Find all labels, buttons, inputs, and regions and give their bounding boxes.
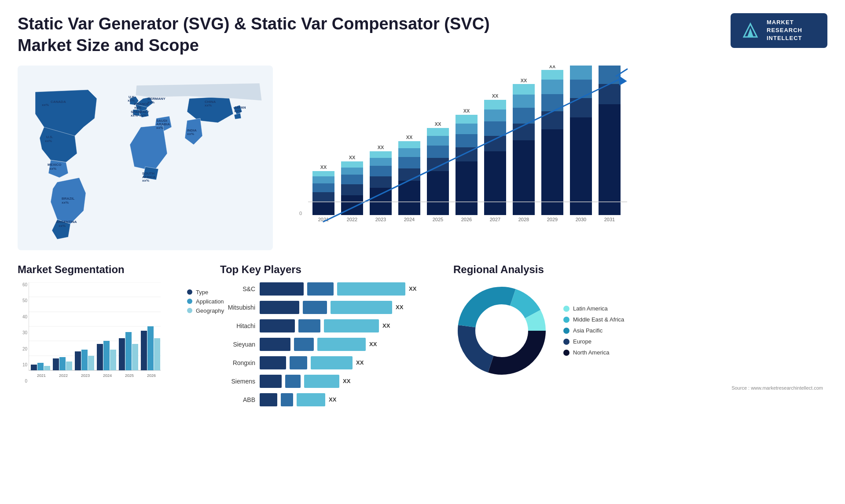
svg-rect-39 xyxy=(312,176,334,183)
svg-text:xx%: xx% xyxy=(49,167,56,171)
svg-rect-67 xyxy=(427,136,449,146)
seg-legend-type: Type xyxy=(187,289,224,296)
svg-text:2021: 2021 xyxy=(37,373,46,378)
regional-legend: Latin America Middle East & Africa Asia … xyxy=(563,305,624,356)
page-title: Static Var Generator (SVG) & Static Var … xyxy=(18,13,490,57)
logo-icon xyxy=(739,19,761,41)
middle-east-label: Middle East & Africa xyxy=(573,316,624,323)
player-bars: S&C XX Mitsubishi XX xyxy=(220,282,440,406)
bar-mitsubishi: XX xyxy=(260,301,403,314)
svg-rect-52 xyxy=(370,166,392,176)
svg-rect-36 xyxy=(312,202,334,215)
svg-rect-131 xyxy=(59,357,66,370)
svg-text:0: 0 xyxy=(299,211,302,216)
player-row-sieyuan: Sieyuan XX xyxy=(220,338,440,351)
svg-rect-93 xyxy=(541,111,563,129)
svg-rect-78 xyxy=(484,151,506,215)
svg-text:U.S.: U.S. xyxy=(46,135,53,139)
latin-america-dot xyxy=(563,306,569,312)
svg-text:xx%: xx% xyxy=(131,113,138,117)
svg-rect-148 xyxy=(154,338,160,370)
svg-text:XX: XX xyxy=(378,145,384,150)
bar-xx-rongxin: XX xyxy=(356,359,364,366)
svg-rect-50 xyxy=(370,188,392,215)
legend-europe: Europe xyxy=(563,338,624,345)
svg-text:xx%: xx% xyxy=(234,109,241,113)
svg-text:xx%: xx% xyxy=(142,179,149,183)
svg-rect-71 xyxy=(456,161,478,215)
svg-text:2031: 2031 xyxy=(604,217,615,222)
svg-rect-61 xyxy=(398,141,420,148)
svg-rect-144 xyxy=(132,344,138,370)
seg-legend-application: Application xyxy=(187,298,224,305)
north-america-dot xyxy=(563,350,569,356)
svg-rect-54 xyxy=(370,151,392,158)
svg-text:MEXICO: MEXICO xyxy=(48,163,62,167)
svg-rect-88 xyxy=(513,95,535,108)
svg-rect-66 xyxy=(427,146,449,158)
world-map: CANADA xx% U.S. xx% MEXICO xx% BRAZIL xx… xyxy=(18,66,273,250)
svg-text:xx%: xx% xyxy=(59,224,66,228)
application-label: Application xyxy=(196,298,224,305)
svg-text:XX: XX xyxy=(435,121,441,127)
svg-rect-68 xyxy=(427,128,449,136)
svg-rect-86 xyxy=(513,124,535,140)
svg-rect-143 xyxy=(125,332,132,370)
key-players-title: Top Key Players xyxy=(220,263,440,276)
svg-rect-106 xyxy=(599,104,621,215)
seg-chart-svg: 2021 2022 2023 2024 xyxy=(29,282,161,392)
y-label-10: 10 xyxy=(22,362,27,367)
svg-text:XX: XX xyxy=(492,93,499,99)
source-text: Source : www.marketresearchintellect.com xyxy=(731,385,823,391)
bar-xx-abb: XX xyxy=(329,396,336,403)
svg-rect-101 xyxy=(570,80,592,98)
svg-rect-40 xyxy=(312,171,334,176)
svg-text:2026: 2026 xyxy=(461,217,472,222)
svg-rect-89 xyxy=(513,84,535,95)
svg-text:xx%: xx% xyxy=(147,100,154,104)
player-row-hitachi: Hitachi XX xyxy=(220,319,440,332)
svg-rect-99 xyxy=(570,117,592,215)
svg-text:2025: 2025 xyxy=(433,217,443,222)
svg-rect-75 xyxy=(456,115,478,124)
bar-hitachi: XX xyxy=(260,319,390,332)
legend-latin-america: Latin America xyxy=(563,305,624,312)
svg-text:ARGENTINA: ARGENTINA xyxy=(56,220,77,224)
svg-rect-82 xyxy=(484,100,506,110)
donut-container: Latin America Middle East & Africa Asia … xyxy=(453,282,827,379)
bar-xx-mitsubishi: XX xyxy=(396,304,403,310)
type-label: Type xyxy=(196,289,208,296)
svg-rect-64 xyxy=(427,171,449,215)
svg-text:2023: 2023 xyxy=(81,373,90,378)
latin-america-label: Latin America xyxy=(573,305,608,312)
svg-rect-126 xyxy=(31,365,37,370)
legend-north-america: North America xyxy=(563,349,624,356)
svg-rect-102 xyxy=(570,66,592,80)
player-row-abb: ABB XX xyxy=(220,393,440,406)
bar-abb: XX xyxy=(260,393,336,406)
svg-text:2028: 2028 xyxy=(518,217,529,222)
svg-rect-147 xyxy=(147,326,154,370)
segmentation-section: Market Segmentation 0 10 20 30 40 50 60 xyxy=(18,263,207,412)
bar-xx-siemens: XX xyxy=(343,378,350,384)
svg-text:2030: 2030 xyxy=(576,217,586,222)
svg-rect-81 xyxy=(484,110,506,121)
svg-text:xx%: xx% xyxy=(45,139,52,143)
y-label-40: 40 xyxy=(22,314,27,319)
svg-rect-139 xyxy=(103,341,110,370)
svg-rect-73 xyxy=(456,134,478,147)
player-name-siemens: Siemens xyxy=(220,378,255,385)
y-label-20: 20 xyxy=(22,347,27,351)
bar-sc: XX xyxy=(260,282,416,296)
svg-text:CANADA: CANADA xyxy=(51,100,66,104)
y-label-30: 30 xyxy=(22,330,27,335)
bar-xx-hitachi: XX xyxy=(382,322,390,329)
y-label-0: 0 xyxy=(25,379,27,383)
bar-xx-sc: XX xyxy=(409,285,416,292)
svg-text:XX: XX xyxy=(349,155,356,160)
svg-rect-135 xyxy=(81,350,88,370)
main-grid: CANADA xx% U.S. xx% MEXICO xx% BRAZIL xx… xyxy=(0,66,845,259)
bar-xx-sieyuan: XX xyxy=(369,341,377,347)
svg-text:XX: XX xyxy=(549,66,556,69)
growth-chart-section: 0 XX 2021 xyxy=(282,66,827,250)
